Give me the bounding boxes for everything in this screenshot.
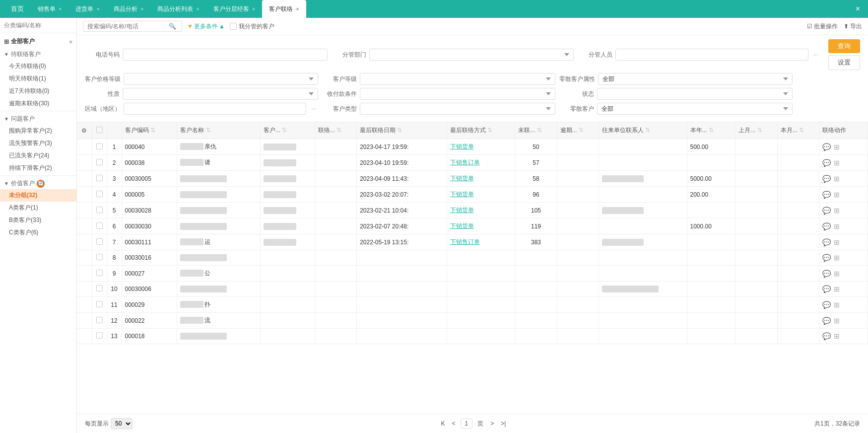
message-action-icon[interactable]: 💬 <box>822 175 831 183</box>
batch-operation-btn[interactable]: ☑ 批量操作 <box>807 22 838 31</box>
col-code-header[interactable]: 客户编码 ⇅ <box>122 122 177 139</box>
sidebar-item-unclassified[interactable]: 未分组(32) <box>0 189 76 202</box>
row-checkbox[interactable] <box>96 285 103 291</box>
current-page-input[interactable]: 1 <box>461 419 473 429</box>
pending-group-label[interactable]: ▼ 待联络客户 <box>0 48 76 60</box>
row-checkbox-cell[interactable] <box>92 297 107 313</box>
my-customers-checkbox[interactable] <box>230 23 237 30</box>
grid-action-icon[interactable]: ⊞ <box>834 207 840 215</box>
row-checkbox[interactable] <box>96 191 103 197</box>
tab-customer-segment[interactable]: 客户分层经客 × <box>206 0 262 18</box>
table-cell[interactable]: 下销货单 <box>447 218 515 234</box>
message-action-icon[interactable]: 💬 <box>822 332 831 340</box>
row-checkbox-cell[interactable] <box>92 139 107 155</box>
sidebar-item-tomorrow-pending[interactable]: 明天待联络(1) <box>0 72 76 85</box>
collapse-sidebar-icon[interactable]: « <box>69 38 72 45</box>
search-button[interactable]: 查询 <box>828 39 860 53</box>
row-checkbox[interactable] <box>96 301 103 307</box>
row-checkbox[interactable] <box>96 270 103 276</box>
col-overdue-header[interactable]: 逾期... ⇅ <box>557 122 599 139</box>
row-checkbox[interactable] <box>96 143 103 149</box>
prev-page-btn[interactable]: < <box>450 420 458 427</box>
sidebar-item-today-pending[interactable]: 今天待联络(0) <box>0 60 76 72</box>
col-settings[interactable]: ⚙ <box>77 122 92 139</box>
row-checkbox[interactable] <box>96 254 103 260</box>
page-size-select[interactable]: 50 <box>111 418 133 429</box>
close-sales-tab-icon[interactable]: × <box>59 6 62 12</box>
row-checkbox[interactable] <box>96 207 103 213</box>
table-cell[interactable]: 下销货单 <box>447 139 515 155</box>
problem-group-label[interactable]: ▼ 问题客户 <box>0 112 76 125</box>
row-checkbox-cell[interactable] <box>92 266 107 282</box>
grid-action-icon[interactable]: ⊞ <box>834 301 840 309</box>
sidebar-item-overdue-pending[interactable]: 逾期未联络(30) <box>0 97 76 110</box>
filter-dept-select[interactable] <box>369 49 574 61</box>
message-action-icon[interactable]: 💬 <box>822 285 831 293</box>
grid-action-icon[interactable]: ⊞ <box>834 270 840 278</box>
message-action-icon[interactable]: 💬 <box>822 191 831 199</box>
contact-type-link[interactable]: 下销货单 <box>450 143 474 150</box>
col-no-contact-header[interactable]: 未联... ⇅ <box>515 122 557 139</box>
col-name-header[interactable]: 客户名称 ⇅ <box>177 122 261 139</box>
tab-purchase[interactable]: 进货单 × <box>68 0 106 18</box>
message-action-icon[interactable]: 💬 <box>822 301 831 309</box>
row-checkbox-cell[interactable] <box>92 187 107 203</box>
grid-action-icon[interactable]: ⊞ <box>834 222 840 230</box>
close-product-analysis-tab-icon[interactable]: × <box>140 6 143 12</box>
sidebar-search-input[interactable] <box>4 22 77 29</box>
row-checkbox-cell[interactable] <box>92 203 107 218</box>
contact-type-link[interactable]: 下销货单 <box>450 207 474 214</box>
message-action-icon[interactable]: 💬 <box>822 238 831 246</box>
row-checkbox[interactable] <box>96 317 103 323</box>
close-customer-contact-tab-icon[interactable]: × <box>296 6 299 12</box>
grid-action-icon[interactable]: ⊞ <box>834 317 840 325</box>
sidebar-item-declining[interactable]: 持续下滑客户(2) <box>0 162 76 174</box>
sidebar-item-churned[interactable]: 已流失客户(24) <box>0 149 76 162</box>
table-cell[interactable] <box>447 282 515 297</box>
sidebar-item-churn-warning[interactable]: 流失预警客户(3) <box>0 137 76 149</box>
filter-person-more-icon[interactable]: ··· <box>811 51 820 58</box>
message-action-icon[interactable]: 💬 <box>822 222 831 230</box>
filter-price-grade-select[interactable] <box>124 73 318 85</box>
row-checkbox[interactable] <box>96 159 103 165</box>
message-action-icon[interactable]: 💬 <box>822 270 831 278</box>
table-cell[interactable]: 下销货单 <box>447 187 515 203</box>
col-checkbox-header[interactable] <box>92 122 107 139</box>
contact-type-link[interactable]: 下销售订单 <box>450 159 480 166</box>
contact-type-link[interactable]: 下销货单 <box>450 222 474 229</box>
main-search-input[interactable] <box>87 23 167 30</box>
row-checkbox[interactable] <box>96 238 103 245</box>
grid-action-icon[interactable]: ⊞ <box>834 254 840 262</box>
grid-action-icon[interactable]: ⊞ <box>834 159 840 167</box>
export-btn[interactable]: ⬆ 导出 <box>844 22 862 31</box>
col-this-month-header[interactable]: 本月... ⇅ <box>777 122 819 139</box>
sidebar-item-7day-pending[interactable]: 近7天待联络(0) <box>0 85 76 97</box>
row-checkbox[interactable] <box>96 332 103 339</box>
first-page-btn[interactable]: K <box>439 420 447 427</box>
contact-type-link[interactable]: 下销货单 <box>450 191 474 198</box>
last-page-btn[interactable]: >| <box>499 420 508 427</box>
filter-region-more-icon[interactable]: ··· <box>309 105 318 112</box>
table-cell[interactable] <box>447 297 515 313</box>
row-checkbox-cell[interactable] <box>92 250 107 266</box>
message-action-icon[interactable]: 💬 <box>822 159 831 167</box>
filter-status-select[interactable] <box>597 88 793 100</box>
sidebar-item-class-c[interactable]: C类客户(6) <box>0 226 76 239</box>
message-action-icon[interactable]: 💬 <box>822 143 831 151</box>
col-unit-contact-header[interactable]: 往来单位联系人 ⇅ <box>599 122 687 139</box>
filter-retail-attr-select[interactable]: 全部 <box>598 73 793 85</box>
table-cell[interactable] <box>447 313 515 329</box>
message-action-icon[interactable]: 💬 <box>822 207 831 215</box>
table-cell[interactable]: 下销货单 <box>447 203 515 218</box>
col-this-year-header[interactable]: 本年... ⇅ <box>687 122 735 139</box>
row-checkbox-cell[interactable] <box>92 329 107 344</box>
grid-action-icon[interactable]: ⊞ <box>834 285 840 293</box>
col-contact-header[interactable]: 联络... ⇅ <box>315 122 356 139</box>
sidebar-item-abnormal[interactable]: 囤购异常客户(2) <box>0 125 76 137</box>
more-conditions-btn[interactable]: ▼ 更多条件 ▲ <box>187 22 225 31</box>
reset-button[interactable]: 设置 <box>828 55 860 70</box>
tab-product-analysis-list[interactable]: 商品分析列表 × <box>150 0 206 18</box>
message-action-icon[interactable]: 💬 <box>822 317 831 325</box>
grid-action-icon[interactable]: ⊞ <box>834 238 840 246</box>
close-purchase-tab-icon[interactable]: × <box>96 6 99 12</box>
